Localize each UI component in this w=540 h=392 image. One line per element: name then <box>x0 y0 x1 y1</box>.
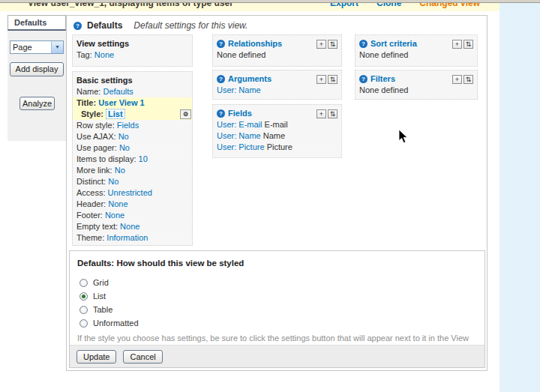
chevron-down-icon[interactable]: ▼ <box>51 41 63 53</box>
display-type-select[interactable]: Page ▼ <box>10 40 64 54</box>
setting-value-link[interactable]: Unrestricted <box>108 188 152 197</box>
setting-label: Items to display: <box>76 154 136 163</box>
empty-text: None defined <box>359 50 408 59</box>
add-icon[interactable]: + <box>452 40 462 49</box>
radio-label: Grid <box>93 278 109 287</box>
setting-value-link[interactable]: User View 1 <box>98 98 145 107</box>
field-item: User: Name Name <box>217 130 338 142</box>
export-link[interactable]: Export <box>330 3 358 8</box>
filters-title-link[interactable]: Filters <box>370 73 395 85</box>
setting-row-title: Title: User View 1 <box>73 97 192 109</box>
field-link[interactable]: User: Name <box>217 131 261 140</box>
setting-value-link[interactable]: Defaults <box>103 87 133 96</box>
group-basic-settings: Basic settings Name: Defaults Title: Use… <box>72 71 193 246</box>
radio-option-table[interactable]: Table <box>80 305 112 314</box>
defaults-header-subtitle: Default settings for this view. <box>134 20 248 31</box>
setting-value-link[interactable]: None <box>105 211 124 220</box>
setting-value-link[interactable]: 10 <box>139 154 148 163</box>
fields-title-link[interactable]: Fields <box>228 108 252 119</box>
radio-option-unformatted[interactable]: Unformatted <box>80 319 139 328</box>
setting-value-link[interactable]: None <box>108 199 128 208</box>
style-settings-form: Defaults: How should this view be styled… <box>69 250 485 368</box>
display-type-select-value: Page <box>13 43 32 52</box>
group-title: View settings <box>76 38 188 49</box>
add-icon[interactable]: + <box>316 75 326 84</box>
field-label: Picture <box>267 142 292 151</box>
setting-row-distinct: Distinct: No <box>76 176 188 187</box>
radio-option-list[interactable]: List <box>80 292 106 301</box>
relationships-title-link[interactable]: Relationships <box>228 38 282 49</box>
help-icon[interactable]: ? <box>359 40 368 48</box>
setting-row-style: Style: List ⚙ <box>73 109 192 120</box>
clone-link[interactable]: Clone <box>376 3 401 8</box>
setting-label: Header: <box>76 199 106 208</box>
radio-label: Table <box>93 305 112 314</box>
setting-label: Access: <box>76 188 106 197</box>
rearrange-icon[interactable]: ⇅ <box>328 40 338 49</box>
setting-row-header: Header: None <box>76 199 188 210</box>
rearrange-icon[interactable]: ⇅ <box>464 40 473 49</box>
setting-value-link[interactable]: No <box>108 177 118 186</box>
help-icon[interactable]: ? <box>74 22 82 30</box>
setting-value-link-style[interactable]: List <box>106 109 125 119</box>
setting-value-link[interactable]: None <box>94 50 114 59</box>
changed-view-indicator[interactable]: Changed view <box>419 3 480 8</box>
group-fields: ? Fields + ⇅ User: E-mail E-mail User: N… <box>212 104 342 158</box>
help-icon[interactable]: ? <box>217 109 225 118</box>
setting-value-link[interactable]: Fields <box>117 121 139 130</box>
setting-row-rowstyle: Row style: Fields <box>76 120 188 131</box>
page-right-margin <box>500 3 540 392</box>
radio-icon[interactable] <box>80 279 88 287</box>
field-label: Name <box>263 131 285 140</box>
update-button[interactable]: Update <box>76 350 116 364</box>
help-icon[interactable]: ? <box>359 75 368 83</box>
view-title-bar: View user_view_1, displaying items of ty… <box>0 3 500 11</box>
radio-icon[interactable] <box>80 306 88 314</box>
cancel-button[interactable]: Cancel <box>123 350 162 364</box>
group-arguments: ? Arguments + ⇅ User: Name <box>212 70 342 100</box>
sort-criteria-title-link[interactable]: Sort criteria <box>370 38 417 49</box>
setting-value-link[interactable]: No <box>118 132 129 141</box>
view-title: View user_view_1, displaying items of ty… <box>28 3 233 8</box>
radio-icon[interactable] <box>80 292 88 301</box>
add-display-button[interactable]: Add display <box>10 62 64 76</box>
setting-row-emptytext: Empty text: None <box>76 221 188 232</box>
help-icon[interactable]: ? <box>217 75 225 83</box>
field-link[interactable]: User: E-mail <box>217 120 262 129</box>
setting-label: Title: <box>76 98 96 107</box>
field-link[interactable]: User: Picture <box>217 142 265 151</box>
setting-label: Tag: <box>76 50 92 59</box>
argument-link[interactable]: User: Name <box>217 85 261 94</box>
add-icon[interactable]: + <box>452 75 462 84</box>
setting-value-link[interactable]: No <box>115 166 125 175</box>
tab-defaults-display[interactable]: Defaults <box>8 15 66 31</box>
setting-label: Row style: <box>76 121 115 130</box>
setting-label: Empty text: <box>76 222 118 231</box>
style-settings-gear-icon[interactable]: ⚙ <box>180 109 191 119</box>
add-icon[interactable]: + <box>316 109 326 118</box>
setting-label: Distinct: <box>76 177 106 186</box>
analyze-button[interactable]: Analyze <box>20 97 55 110</box>
group-filters: ? Filters + ⇅ None defined <box>355 70 478 100</box>
rearrange-icon[interactable]: ⇅ <box>328 75 338 84</box>
radio-icon[interactable] <box>80 319 88 328</box>
radio-option-grid[interactable]: Grid <box>80 278 109 287</box>
empty-text: None defined <box>359 85 408 94</box>
setting-label: Name: <box>76 87 100 96</box>
setting-row-morelink: More link: No <box>76 165 188 176</box>
group-view-settings: View settings Tag: None <box>72 34 193 67</box>
help-icon[interactable]: ? <box>217 40 225 48</box>
setting-value-link[interactable]: None <box>120 222 140 231</box>
setting-row-ajax: Use AJAX: No <box>76 131 188 142</box>
radio-label: Unformatted <box>93 319 139 328</box>
field-item: User: E-mail E-mail <box>217 119 338 130</box>
argument-item: User: Name <box>217 85 338 96</box>
rearrange-icon[interactable]: ⇅ <box>464 75 473 84</box>
group-relationships: ? Relationships + ⇅ None defined <box>212 34 342 67</box>
arguments-title-link[interactable]: Arguments <box>228 73 272 85</box>
setting-label: Use pager: <box>76 143 117 152</box>
setting-value-link[interactable]: No <box>119 143 130 152</box>
add-icon[interactable]: + <box>316 40 326 49</box>
setting-value-link[interactable]: Information <box>106 233 148 242</box>
rearrange-icon[interactable]: ⇅ <box>328 109 338 118</box>
